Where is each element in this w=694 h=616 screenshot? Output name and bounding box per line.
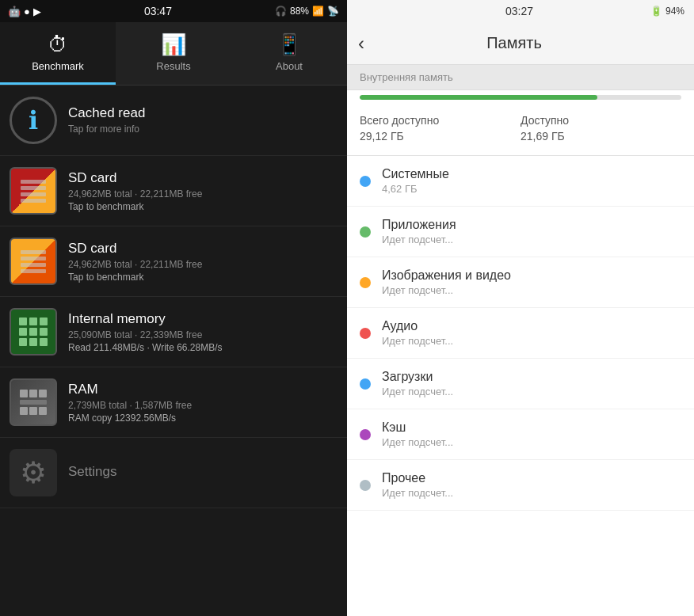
sd-card-2-icon [10, 238, 57, 285]
downloads-name: Загрузки [382, 370, 681, 384]
left-time: 03:47 [144, 5, 172, 17]
stat-available-label: Доступно [520, 114, 569, 127]
category-images[interactable]: Изображения и видео Идет подсчет... [347, 257, 694, 308]
progress-bar-fill [360, 95, 597, 100]
system-content: Системные 4,62 ГБ [382, 167, 681, 195]
system-name: Системные [382, 167, 681, 181]
status-bar-left: 🤖 ● ▶ 03:47 🎧 88% 📶 📡 [0, 0, 347, 22]
internal-memory-title: Internal memory [68, 311, 337, 327]
apps-name: Приложения [382, 218, 681, 232]
sd-card-2-action: Tap to benchmark [68, 272, 337, 283]
battery-right-pct: 94% [665, 6, 684, 17]
info-icon: ℹ [10, 97, 57, 144]
category-other[interactable]: Прочее Идет подсчет... [347, 460, 694, 511]
stat-total-label: Всего доступно [360, 114, 439, 127]
list-item-settings[interactable]: ⚙ Settings [0, 438, 347, 508]
cache-sub: Идет подсчет... [382, 436, 681, 448]
tab-benchmark-label: Benchmark [32, 60, 84, 72]
right-panel: 03:27 🔋 94% ‹ Память Внутренняя память В… [347, 0, 694, 616]
apps-content: Приложения Идет подсчет... [382, 218, 681, 245]
stat-available-value: 21,69 ГБ [520, 130, 565, 143]
images-name: Изображения и видео [382, 268, 681, 283]
cache-content: Кэш Идет подсчет... [382, 420, 681, 448]
content-list: ℹ Cached read Tap for more info SD card … [0, 86, 347, 616]
settings-content: Settings [68, 464, 337, 482]
sd-card-1-subtitle: 24,962MB total · 22,211MB free [68, 188, 337, 200]
left-right-icons: 🎧 88% 📶 📡 [275, 6, 339, 17]
internal-memory-icon [10, 308, 57, 356]
tab-about[interactable]: 📱 About [231, 22, 347, 85]
progress-area [347, 90, 694, 105]
cached-read-subtitle: Tap for more info [68, 124, 337, 135]
category-audio[interactable]: Аудио Идет подсчет... [347, 308, 694, 359]
system-dot [360, 176, 371, 187]
ram-content: RAM 2,739MB total · 1,587MB free RAM cop… [68, 382, 337, 424]
ram-icon [10, 378, 57, 426]
category-system[interactable]: Системные 4,62 ГБ [347, 156, 694, 207]
right-status-icons: 🔋 94% [650, 6, 684, 17]
play-icon: ▶ [33, 6, 41, 17]
ram-title: RAM [68, 382, 337, 397]
sd-card-1-icon [10, 167, 57, 215]
dot-icon: ● [24, 6, 30, 17]
downloads-content: Загрузки Идет подсчет... [382, 370, 681, 397]
system-sub: 4,62 ГБ [382, 183, 681, 195]
stat-total-value: 29,12 ГБ [360, 130, 404, 143]
cache-name: Кэш [382, 420, 681, 435]
internal-memory-action: Read 211.48MB/s · Write 66.28MB/s [68, 342, 337, 353]
images-dot [360, 277, 371, 288]
top-bar: ‹ Память [347, 22, 694, 65]
headphone-icon: 🎧 [275, 6, 287, 17]
audio-sub: Идет подсчет... [382, 335, 681, 347]
cached-read-title: Cached read [68, 105, 337, 121]
ram-action: RAM copy 12392.56MB/s [68, 413, 337, 424]
category-list: Системные 4,62 ГБ Приложения Идет подсче… [347, 156, 694, 616]
tab-results-label: Results [156, 60, 190, 72]
images-sub: Идет подсчет... [382, 284, 681, 296]
other-dot [360, 480, 371, 491]
about-icon: 📱 [276, 32, 302, 57]
list-item-cached-read[interactable]: ℹ Cached read Tap for more info [0, 86, 347, 156]
cached-read-content: Cached read Tap for more info [68, 105, 337, 136]
back-button[interactable]: ‹ [358, 32, 364, 55]
section-header: Внутренняя память [347, 65, 694, 90]
right-time: 03:27 [505, 5, 533, 17]
sd-card-2-subtitle: 24,962MB total · 22,211MB free [68, 259, 337, 270]
gear-icon: ⚙ [20, 455, 47, 490]
list-item-internal-memory[interactable]: Internal memory 25,090MB total · 22,339M… [0, 297, 347, 367]
tab-benchmark[interactable]: ⏱ Benchmark [0, 22, 116, 85]
list-item-ram[interactable]: RAM 2,739MB total · 1,587MB free RAM cop… [0, 367, 347, 438]
list-item-sd-card-1[interactable]: SD card 24,962MB total · 22,211MB free T… [0, 156, 347, 226]
battery-right-icon: 🔋 [650, 6, 662, 17]
apps-sub: Идет подсчет... [382, 234, 681, 245]
left-panel: 🤖 ● ▶ 03:47 🎧 88% 📶 📡 ⏱ Benchmark 📊 Resu… [0, 0, 347, 616]
sd-card-1-action: Tap to benchmark [68, 201, 337, 212]
images-content: Изображения и видео Идет подсчет... [382, 268, 681, 296]
audio-content: Аудио Идет подсчет... [382, 319, 681, 347]
left-status-icons: 🤖 ● ▶ [8, 6, 41, 17]
tab-results[interactable]: 📊 Results [116, 22, 231, 85]
category-apps[interactable]: Приложения Идет подсчет... [347, 207, 694, 257]
sd-card-2-content: SD card 24,962MB total · 22,211MB free T… [68, 241, 337, 283]
benchmark-icon: ⏱ [48, 32, 68, 57]
other-content: Прочее Идет подсчет... [382, 471, 681, 499]
list-item-sd-card-2[interactable]: SD card 24,962MB total · 22,211MB free T… [0, 226, 347, 297]
audio-dot [360, 328, 371, 339]
stat-available: Доступно 21,69 ГБ [520, 114, 681, 143]
tab-about-label: About [276, 60, 303, 72]
status-bar-right: 03:27 🔋 94% [347, 0, 694, 22]
category-cache[interactable]: Кэш Идет подсчет... [347, 409, 694, 460]
tab-bar: ⏱ Benchmark 📊 Results 📱 About [0, 22, 347, 86]
sd-card-1-content: SD card 24,962MB total · 22,211MB free T… [68, 170, 337, 212]
android-icon: 🤖 [8, 6, 21, 17]
ram-subtitle: 2,739MB total · 1,587MB free [68, 400, 337, 411]
internal-memory-subtitle: 25,090MB total · 22,339MB free [68, 329, 337, 340]
cache-dot [360, 429, 371, 440]
stat-total: Всего доступно 29,12 ГБ [360, 114, 520, 143]
category-downloads[interactable]: Загрузки Идет подсчет... [347, 359, 694, 409]
other-name: Прочее [382, 471, 681, 485]
results-icon: 📊 [161, 32, 186, 57]
audio-name: Аудио [382, 319, 681, 333]
sd-card-2-title: SD card [68, 241, 337, 257]
internal-memory-content: Internal memory 25,090MB total · 22,339M… [68, 311, 337, 353]
